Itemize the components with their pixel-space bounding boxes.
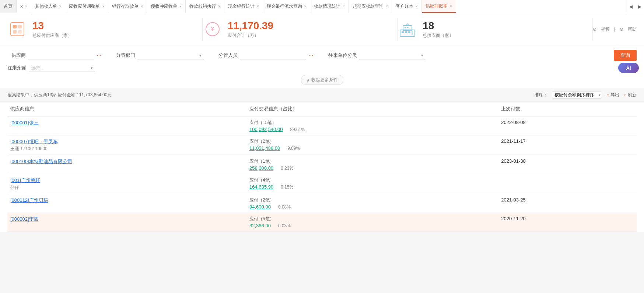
payable-amount[interactable]: 94,600.00 [249, 204, 271, 210]
nav-tab-cash-bank-stat[interactable]: 现金银行统计 × [224, 0, 263, 13]
supplier-link[interactable]: [000012]广州贝瑞 [10, 197, 48, 203]
export-button[interactable]: ○ 导出 [606, 92, 619, 98]
payable-label: 应付（2笔） [249, 138, 495, 145]
total-suppliers-label: 总供应商（家） [423, 32, 454, 39]
nav-tab-adjust[interactable]: 应收应付调整单 × [65, 0, 108, 13]
payable-label: 应付（1笔） [249, 158, 495, 165]
payable-cell: 应付（5笔）32,366.000.03% [246, 213, 498, 232]
supplier-dots[interactable]: ··· [97, 52, 101, 58]
nav-tab-collect-exec-close[interactable]: × [218, 4, 220, 8]
category-select-wrap [359, 51, 426, 59]
help-link[interactable]: 帮助 [628, 26, 637, 32]
balance-filter-label: 往来余额 [7, 65, 27, 71]
help-pipe: | [614, 27, 615, 32]
supplier-filter-input[interactable] [28, 51, 94, 59]
help-circle-icon: ⊙ [620, 27, 623, 32]
payable-amount[interactable]: 164,635.90 [249, 184, 273, 190]
nav-tab-other-income-label: 其他收入单 [35, 3, 57, 10]
ai-button[interactable]: Ai [618, 63, 639, 73]
payable-cell: 应付（2笔）94,600.000.08% [246, 194, 498, 213]
filter-item-person: 分管人员 ··· [218, 51, 313, 59]
table-row: [000100]本特勤油品有限公司应付（1笔）258,000.000.23%20… [7, 155, 637, 174]
nav-tab-3-close[interactable]: × [25, 4, 27, 8]
filter-item-dept: 分管部门 [116, 51, 204, 59]
query-button[interactable]: 查询 [614, 50, 637, 61]
result-text: 搜索结果中，供应商13家 应付金额 111,703,854.00元 [7, 92, 112, 98]
supplier-link[interactable]: [001]广州荣轩 [10, 177, 40, 183]
nav-tab-pre-collect-close[interactable]: × [179, 4, 182, 8]
filter-item-category: 往来单位分类 [328, 51, 426, 59]
payable-amount[interactable]: 100,092,540.00 [249, 127, 283, 132]
nav-tab-home[interactable]: 首页 [0, 0, 17, 13]
svg-rect-1 [13, 25, 17, 28]
payable-percent: 0.23% [281, 166, 293, 171]
summary-text-payable-total: 11,170.39 应付合计（万） [228, 20, 274, 39]
collapse-button[interactable]: ∧ 收起更多条件 [301, 75, 343, 85]
nav-tab-collect-exec-label: 收款核销执行 [189, 3, 216, 10]
nav-tab-collect-exec[interactable]: 收款核销执行 × [186, 0, 224, 13]
category-filter-select[interactable] [359, 51, 426, 59]
nav-tab-adjust-label: 应收应付调整单 [69, 3, 100, 10]
payable-amount[interactable]: 11,051,486.00 [249, 145, 280, 151]
payable-suppliers-label: 总应付供应商（家） [32, 32, 72, 39]
nav-tab-collect-stat-label: 收款情况统计 [314, 3, 340, 10]
nav-tab-adjust-close[interactable]: × [102, 4, 104, 8]
nav-tab-supplier-book-close[interactable]: × [450, 4, 452, 8]
last-pay-cell [498, 174, 637, 194]
nav-tab-overdue-collect-close[interactable]: × [386, 4, 388, 8]
last-pay-cell: 2022-08-08 [498, 116, 637, 135]
table-row: [000001]张三应付（15笔）100,092,540.0089.61%202… [7, 116, 637, 135]
nav-tab-bank-deposit-close[interactable]: × [141, 4, 143, 8]
supplier-link[interactable]: [000007]恒旺二手叉车 [10, 139, 58, 144]
summary-card-total-suppliers: 18 总供应商（家） [398, 18, 593, 41]
nav-tab-customer-book[interactable]: 客户账本 × [392, 0, 422, 13]
dept-select-wrap [137, 51, 204, 59]
nav-tab-other-income-close[interactable]: × [59, 4, 62, 8]
ai-label: Ai [626, 65, 631, 71]
last-pay-cell: 2021-11-17 [498, 135, 637, 155]
nav-prev-arrow[interactable]: ◀ [626, 0, 635, 13]
refresh-button[interactable]: ○ 刷新 [624, 92, 637, 98]
supplier-link[interactable]: [000001]张三 [10, 120, 39, 125]
collapse-chevron-icon: ∧ [307, 77, 310, 83]
nav-tab-pre-collect-label: 预收冲应收单 [151, 3, 177, 10]
nav-arrows: ◀ ▶ [626, 0, 644, 13]
filter-row-1: 供应商 ··· 分管部门 分管人员 ··· 往来单位分类 查询 [7, 50, 637, 61]
payable-amount[interactable]: 32,366.00 [249, 223, 271, 228]
top-nav: 首页 3 × 其他收入单 × 应收应付调整单 × 银行存取款单 × 预收冲应收单… [0, 0, 644, 13]
nav-tab-other-income[interactable]: 其他收入单 × [31, 0, 66, 13]
supplier-link[interactable]: [000002]李四 [10, 216, 39, 222]
filter-item-supplier: 供应商 ··· [7, 51, 101, 59]
nav-next-arrow[interactable]: ▶ [635, 0, 644, 13]
svg-rect-3 [13, 30, 17, 34]
filter-row-2: 往来余额 选择... [7, 64, 637, 72]
supplier-cell: [000002]李四 [7, 213, 246, 232]
export-icon: ○ [606, 92, 609, 98]
nav-tab-customer-book-close[interactable]: × [416, 4, 418, 8]
nav-tab-cash-flow-close[interactable]: × [304, 4, 307, 8]
supplier-link[interactable]: [000100]本特勤油品有限公司 [10, 159, 72, 164]
person-dots[interactable]: ··· [308, 52, 313, 58]
filter-item-balance: 往来余额 选择... [7, 64, 95, 72]
nav-tab-collect-stat[interactable]: 收款情况统计 × [310, 0, 349, 13]
sort-select[interactable]: 按应付余额倒序排序 [552, 91, 602, 99]
last-pay-cell: 2023-01-30 [498, 155, 637, 174]
balance-filter-select[interactable]: 选择... [29, 64, 95, 72]
video-link[interactable]: 视频 [601, 26, 610, 32]
dept-filter-select[interactable] [137, 51, 204, 59]
nav-tab-collect-stat-close[interactable]: × [343, 4, 345, 8]
payable-total-icon: ¥ [203, 19, 223, 39]
nav-tab-cash-bank-stat-close[interactable]: × [257, 4, 259, 8]
nav-tab-home-label: 首页 [4, 3, 13, 10]
result-bar: 搜索结果中，供应商13家 应付金额 111,703,854.00元 排序： 按应… [0, 88, 644, 102]
nav-tab-bank-deposit[interactable]: 银行存取款单 × [108, 0, 147, 13]
nav-tab-cash-flow-label: 现金银行流水查询 [267, 3, 302, 10]
nav-tab-pre-collect[interactable]: 预收冲应收单 × [147, 0, 186, 13]
person-filter-input[interactable] [240, 51, 306, 59]
nav-tab-supplier-book[interactable]: 供应商账本 × [422, 0, 456, 13]
nav-tab-overdue-collect[interactable]: 超期应收款查询 × [349, 0, 392, 13]
summary-help: ⊙ 视频 | ⊙ 帮助 [593, 26, 637, 32]
payable-amount[interactable]: 258,000.00 [249, 165, 273, 171]
nav-tab-cash-flow[interactable]: 现金银行流水查询 × [263, 0, 311, 13]
nav-tab-3[interactable]: 3 × [17, 0, 31, 13]
